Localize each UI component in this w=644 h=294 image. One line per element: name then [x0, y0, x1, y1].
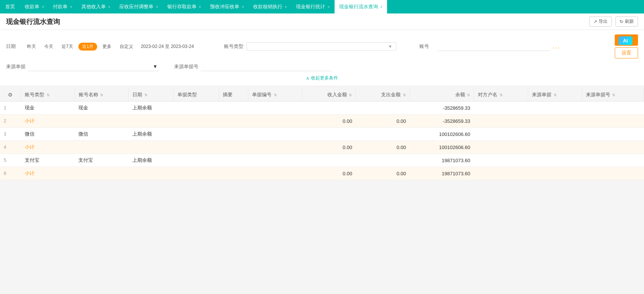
export-button[interactable]: ↗ 导出 [589, 16, 612, 27]
close-icon[interactable]: × [156, 4, 158, 9]
table-cell [528, 101, 582, 115]
table-cell [582, 154, 644, 167]
table-row[interactable]: 3微信微信上期余额100102606.60 [0, 128, 644, 141]
date-option-custom[interactable]: 自定义 [117, 43, 136, 51]
date-option-yesterday[interactable]: 昨天 [24, 43, 39, 51]
close-icon[interactable]: × [380, 4, 383, 9]
table-cell: 支付宝 [21, 154, 75, 167]
close-icon[interactable]: × [199, 4, 201, 9]
table-cell: 上期余额 [129, 101, 173, 115]
filter-area: 日期 昨天 今天 近7天 近1月 更多 自定义 2023-02-24 至 202… [0, 30, 644, 86]
table-cell [248, 128, 302, 141]
sort-icon: ⇅ [554, 93, 557, 97]
date-option-today[interactable]: 今天 [41, 43, 56, 51]
table-header-row: ⚙ 账号类型 ⇅ 账号名称 ⇅ 日期 ⇅ 单据类型 摘要 [0, 88, 644, 101]
table-cell [75, 115, 129, 128]
table-row[interactable]: 6小计0.000.0019871073.60 [0, 167, 644, 180]
header-actions: ↗ 导出 ↻ 刷新 [589, 16, 638, 27]
table-cell [173, 167, 219, 180]
table-cell [219, 101, 248, 115]
close-icon[interactable]: × [70, 4, 72, 9]
th-source-doc[interactable]: 来源单据 ⇅ [528, 88, 582, 101]
table-cell [474, 128, 528, 141]
table-cell: 现金 [75, 101, 129, 115]
table-cell [129, 115, 173, 128]
table-cell [173, 141, 219, 154]
nav-tab-yinhangcunqukuandan[interactable]: 银行存取款单 × [163, 0, 206, 13]
table-cell [356, 128, 410, 141]
close-icon[interactable]: × [108, 4, 110, 9]
table-cell [356, 101, 410, 115]
gear-icon[interactable]: ⚙ [8, 92, 13, 98]
account-input[interactable] [437, 42, 550, 51]
table-cell [248, 101, 302, 115]
table-cell [582, 115, 644, 128]
table-cell [219, 154, 248, 167]
th-expense[interactable]: 支出金额 ⇅ [356, 88, 410, 101]
ai-badge[interactable]: Ai [618, 36, 632, 45]
source-doc-select[interactable]: ▼ [28, 62, 159, 71]
table-cell [173, 128, 219, 141]
nav-tab-xianjinyinhang[interactable]: 现金银行统计 × [291, 0, 334, 13]
close-icon[interactable]: × [42, 4, 44, 9]
refresh-button[interactable]: ↻ 刷新 [615, 16, 638, 27]
th-source-doc-no[interactable]: 来源单据号 ⇅ [582, 88, 644, 101]
date-option-more[interactable]: 更多 [99, 43, 114, 51]
table-cell [219, 115, 248, 128]
th-account-name[interactable]: 账号名称 ⇅ [75, 88, 129, 101]
account-dots-button[interactable]: ... [553, 43, 560, 50]
table-row[interactable]: 4小计0.000.00100102606.60 [0, 141, 644, 154]
table-cell: -3528659.33 [410, 101, 474, 115]
nav-tab-liushui[interactable]: 现金银行流水查询 × [335, 0, 387, 13]
date-option-1month[interactable]: 近1月 [78, 43, 98, 51]
source-doc-no-input[interactable] [201, 62, 332, 71]
th-income[interactable]: 收入金额 ⇅ [302, 88, 356, 101]
table-cell: 0.00 [356, 167, 410, 180]
table-row[interactable]: 2小计0.000.00-3528659.33 [0, 115, 644, 128]
nav-tab-yushou[interactable]: 预收冲应收单 × [206, 0, 248, 13]
table-cell [129, 167, 173, 180]
close-icon[interactable]: × [285, 4, 287, 9]
settings-button[interactable]: 设置 [615, 47, 638, 58]
th-settings[interactable]: ⚙ [0, 88, 21, 101]
table-cell [302, 154, 356, 167]
th-doc-no[interactable]: 单据编号 ⇅ [248, 88, 302, 101]
export-icon: ↗ [593, 19, 597, 24]
account-type-label: 账号类型 [224, 43, 243, 50]
nav-tab-shoukuandan[interactable]: 收款单 × [20, 0, 48, 13]
table-cell [248, 115, 302, 128]
table-cell [219, 141, 248, 154]
th-balance[interactable]: 余额 ⇅ [410, 88, 474, 101]
page-title: 现金银行流水查询 [6, 17, 60, 26]
source-doc-no-label: 来源单据号 [174, 63, 198, 70]
filter-row-source: 来源单据 ▼ 来源单据号 [6, 62, 638, 71]
account-type-select[interactable]: ▼ [246, 42, 396, 51]
collapse-bar[interactable]: ∧ 收起更多条件 [6, 73, 638, 83]
table-cell: -3528659.33 [410, 115, 474, 128]
table-row[interactable]: 1现金现金上期余额-3528659.33 [0, 101, 644, 115]
table-cell: 19871073.60 [410, 154, 474, 167]
table-cell: 现金 [21, 101, 75, 115]
nav-tab-qitashourund[interactable]: 其他收入单 × [77, 0, 115, 13]
table-cell [528, 115, 582, 128]
th-account-type[interactable]: 账号类型 ⇅ [21, 88, 75, 101]
table-cell [528, 167, 582, 180]
table-row[interactable]: 5支付宝支付宝上期余额19871073.60 [0, 154, 644, 167]
table-cell: 微信 [75, 128, 129, 141]
close-icon[interactable]: × [327, 4, 330, 9]
nav-tab-fukuandan[interactable]: 付款单 × [48, 0, 77, 13]
nav-home[interactable]: 首页 [0, 0, 20, 13]
date-option-7days[interactable]: 近7天 [59, 43, 76, 51]
table-cell [582, 167, 644, 180]
th-counterpart[interactable]: 对方户名 ⇅ [474, 88, 528, 101]
close-icon[interactable]: × [242, 4, 244, 9]
th-doc-type[interactable]: 单据类型 [173, 88, 219, 101]
nav-tab-yingshouyingfu[interactable]: 应收应付调整单 × [115, 0, 162, 13]
table-cell: 2 [0, 115, 21, 128]
table-cell [582, 128, 644, 141]
table-cell [474, 154, 528, 167]
table-cell: 4 [0, 141, 21, 154]
th-date[interactable]: 日期 ⇅ [129, 88, 173, 101]
nav-tab-shoukuanhexiao[interactable]: 收款核销执行 × [249, 0, 291, 13]
th-summary[interactable]: 摘要 [219, 88, 248, 101]
